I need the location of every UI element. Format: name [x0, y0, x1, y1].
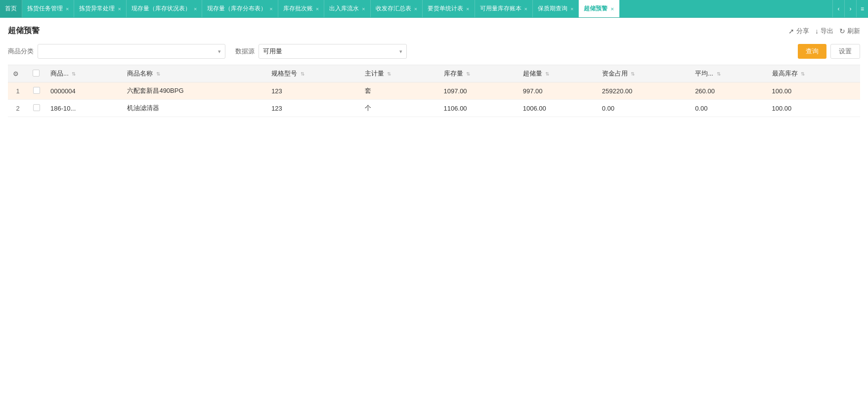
query-button[interactable]: 查询 — [798, 44, 826, 59]
row-index: 2 — [8, 100, 28, 117]
category-label: 商品分类 — [8, 47, 34, 56]
sort-max-stock-icon: ⇅ — [801, 71, 805, 77]
th-product-code[interactable]: 商品... ⇅ — [45, 65, 122, 82]
category-select[interactable]: ▾ — [38, 44, 225, 59]
share-icon: ➚ — [788, 27, 794, 35]
row-max-stock: 100.00 — [767, 100, 860, 117]
row-avg: 0.00 — [690, 100, 767, 117]
nav-tab-3[interactable]: 现存量（库存状况表） × — [127, 0, 202, 17]
row-unit: 套 — [360, 82, 439, 100]
close-tab-1[interactable]: × — [66, 6, 69, 12]
row-spec: 123 — [266, 100, 359, 117]
category-chevron-icon: ▾ — [218, 48, 221, 55]
nav-tab-6[interactable]: 出入库流水 × — [324, 0, 370, 17]
refresh-icon: ↻ — [839, 27, 845, 35]
close-tab-5[interactable]: × — [316, 6, 319, 12]
th-overstock[interactable]: 超储量 ⇅ — [518, 65, 597, 82]
row-stock: 1106.00 — [439, 100, 518, 117]
close-tab-7[interactable]: × — [414, 6, 417, 12]
sort-overstock-icon: ⇅ — [545, 71, 549, 77]
page-header: 超储预警 ➚ 分享 ↓ 导出 ↻ 刷新 — [8, 26, 860, 36]
row-product-code: 0000004 — [45, 82, 122, 100]
th-unit[interactable]: 主计量 ⇅ — [360, 65, 439, 82]
nav-tab-4[interactable]: 现存量（库存分布表） × — [202, 0, 278, 17]
datasource-filter: 数据源 可用量 ▾ — [235, 44, 407, 59]
category-filter: 商品分类 ▾ — [8, 44, 225, 59]
row-spec: 123 — [266, 82, 359, 100]
nav-next-button[interactable]: › — [844, 0, 856, 17]
table-header: ⚙ 商品... ⇅ 商品名称 ⇅ 规格型号 ⇅ 主计量 — [8, 65, 860, 82]
th-stock[interactable]: 库存量 ⇅ — [439, 65, 518, 82]
row-max-stock: 100.00 — [767, 82, 860, 100]
datasource-label: 数据源 — [235, 47, 255, 56]
settings-button[interactable]: 设置 — [830, 44, 860, 59]
page-content: 超储预警 ➚ 分享 ↓ 导出 ↻ 刷新 商品分类 ▾ 数据源 — [0, 18, 868, 395]
top-nav: 首页 拣货任务管理 × 拣货异常处理 × 现存量（库存状况表） × 现存量（库存… — [0, 0, 868, 18]
table-row: 2 186-10... 机油滤清器 123 个 1106.00 1006.00 … — [8, 100, 860, 117]
close-tab-11[interactable]: × — [610, 6, 613, 12]
sort-capital-icon: ⇅ — [631, 71, 635, 77]
sort-avg-icon: ⇅ — [717, 71, 721, 77]
row-avg: 260.00 — [690, 82, 767, 100]
close-tab-3[interactable]: × — [194, 6, 197, 12]
page-title: 超储预警 — [8, 26, 40, 36]
datasource-chevron-icon: ▾ — [399, 48, 402, 55]
filter-row-1: 商品分类 ▾ 数据源 可用量 ▾ 查询 设置 — [8, 44, 860, 59]
th-max-stock[interactable]: 最高库存 ⇅ — [767, 65, 860, 82]
share-button[interactable]: ➚ 分享 — [788, 27, 809, 36]
header-actions: ➚ 分享 ↓ 导出 ↻ 刷新 — [788, 27, 860, 36]
nav-tab-2[interactable]: 拣货异常处理 × — [74, 0, 126, 17]
close-tab-6[interactable]: × — [362, 6, 365, 12]
close-tab-4[interactable]: × — [269, 6, 272, 12]
th-settings: ⚙ — [8, 65, 28, 82]
nav-arrows: ‹ › ≡ — [832, 0, 868, 17]
row-checkbox-cell — [28, 82, 45, 100]
row-index: 1 — [8, 82, 28, 100]
export-button[interactable]: ↓ 导出 — [815, 27, 833, 36]
th-capital[interactable]: 资金占用 ⇅ — [597, 65, 690, 82]
filter-buttons: 查询 设置 — [798, 44, 860, 59]
datasource-select-value: 可用量 — [263, 47, 282, 56]
nav-tab-7[interactable]: 收发存汇总表 × — [371, 0, 423, 17]
row-product-name: 机油滤清器 — [122, 100, 266, 117]
th-product-name[interactable]: 商品名称 ⇅ — [122, 65, 266, 82]
nav-tab-9[interactable]: 可用量库存账本 × — [475, 0, 533, 17]
nav-tab-10[interactable]: 保质期查询 × — [533, 0, 579, 17]
select-all-checkbox[interactable] — [33, 70, 40, 77]
nav-tab-11[interactable]: 超储预警 × — [579, 0, 619, 17]
row-capital: 0.00 — [597, 100, 690, 117]
nav-tab-8[interactable]: 要货单统计表 × — [423, 0, 475, 17]
settings-icon[interactable]: ⚙ — [13, 70, 19, 78]
close-tab-2[interactable]: × — [118, 6, 121, 12]
row-checkbox-cell — [28, 100, 45, 117]
nav-prev-button[interactable]: ‹ — [832, 0, 844, 17]
row-overstock: 1006.00 — [518, 100, 597, 117]
sort-spec-icon: ⇅ — [301, 71, 304, 77]
sort-unit-icon: ⇅ — [387, 71, 391, 77]
nav-tab-home[interactable]: 首页 — [0, 0, 22, 17]
nav-tab-5[interactable]: 库存批次账 × — [278, 0, 324, 17]
table-row: 1 0000004 六配套新昌490BPG 123 套 1097.00 997.… — [8, 82, 860, 100]
row-product-name: 六配套新昌490BPG — [122, 82, 266, 100]
refresh-button[interactable]: ↻ 刷新 — [839, 27, 860, 36]
table-header-row: ⚙ 商品... ⇅ 商品名称 ⇅ 规格型号 ⇅ 主计量 — [8, 65, 860, 82]
row-checkbox[interactable] — [33, 87, 40, 94]
th-checkbox — [28, 65, 45, 82]
table-body: 1 0000004 六配套新昌490BPG 123 套 1097.00 997.… — [8, 82, 860, 117]
row-stock: 1097.00 — [439, 82, 518, 100]
close-tab-9[interactable]: × — [524, 6, 527, 12]
th-spec[interactable]: 规格型号 ⇅ — [266, 65, 359, 82]
sort-product-code-icon: ⇅ — [72, 71, 76, 77]
row-overstock: 997.00 — [518, 82, 597, 100]
close-tab-8[interactable]: × — [466, 6, 469, 12]
export-icon: ↓ — [815, 27, 819, 35]
th-avg[interactable]: 平均... ⇅ — [690, 65, 767, 82]
row-checkbox[interactable] — [33, 104, 40, 111]
nav-tab-1[interactable]: 拣货任务管理 × — [22, 0, 74, 17]
row-product-code: 186-10... — [45, 100, 122, 117]
sort-stock-icon: ⇅ — [466, 71, 470, 77]
datasource-select[interactable]: 可用量 ▾ — [259, 44, 407, 59]
nav-more-button[interactable]: ≡ — [856, 0, 868, 17]
close-tab-10[interactable]: × — [570, 6, 573, 12]
row-unit: 个 — [360, 100, 439, 117]
